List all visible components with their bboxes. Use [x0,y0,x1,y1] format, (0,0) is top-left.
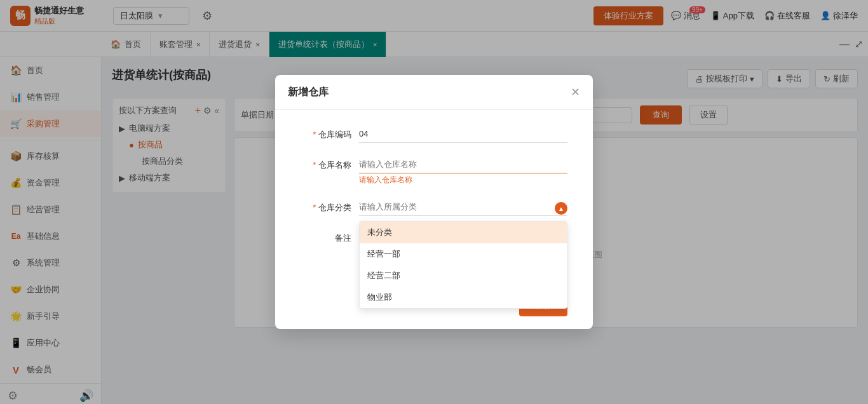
warehouse-name-row: 仓库名称 请输入仓库名称 [301,156,567,185]
warehouse-code-label: 仓库编码 [301,125,351,140]
warehouse-code-field [359,125,567,143]
warehouse-name-field: 请输入仓库名称 [359,156,567,185]
modal-new-warehouse: 新增仓库 ✕ 仓库编码 仓库名称 请输入仓库名称 仓库分类 [275,75,593,329]
modal-overlay[interactable]: 新增仓库 ✕ 仓库编码 仓库名称 请输入仓库名称 仓库分类 [0,0,868,404]
dropdown-item-uncategorized[interactable]: 未分类 [360,222,567,243]
chevron-up-icon[interactable]: ▲ [555,202,567,215]
modal-body: 仓库编码 仓库名称 请输入仓库名称 仓库分类 ▲ [275,110,593,287]
warehouse-code-input[interactable] [359,125,567,143]
warehouse-category-label: 仓库分类 [301,198,351,213]
dropdown-item-dept1[interactable]: 经营一部 [360,243,567,265]
modal-header: 新增仓库 ✕ [275,75,593,110]
warehouse-category-input[interactable] [359,198,567,216]
dropdown-item-dept2[interactable]: 经营二部 [360,265,567,286]
warehouse-name-error: 请输入仓库名称 [359,175,567,185]
category-dropdown: 未分类 经营一部 经营二部 物业部 [359,221,567,309]
modal-title: 新增仓库 [288,86,329,99]
note-label: 备注 [301,229,351,244]
warehouse-category-row: 仓库分类 ▲ 未分类 经营一部 经营二部 物业部 [301,198,567,216]
warehouse-name-input[interactable] [359,156,567,173]
warehouse-code-row: 仓库编码 [301,125,567,143]
dropdown-item-dept3[interactable]: 物业部 [360,286,567,308]
warehouse-name-label: 仓库名称 [301,156,351,171]
warehouse-category-field: ▲ 未分类 经营一部 经营二部 物业部 [359,198,567,216]
modal-close-button[interactable]: ✕ [571,85,580,99]
